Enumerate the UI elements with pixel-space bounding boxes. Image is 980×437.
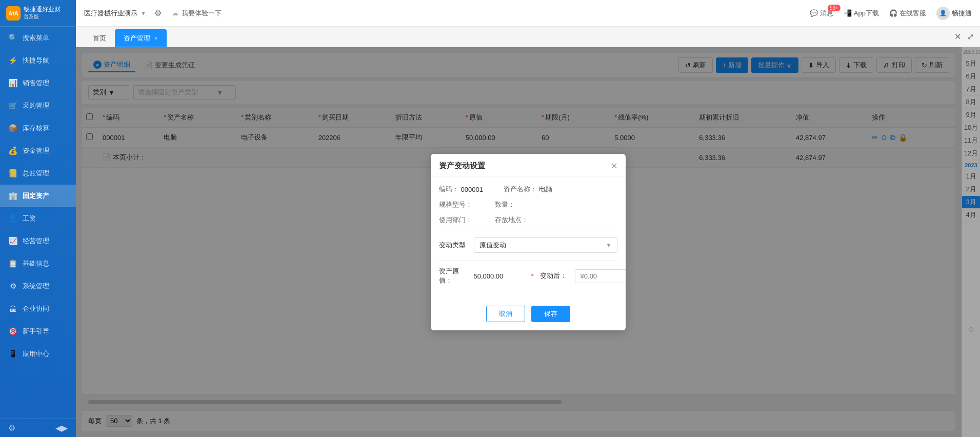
dialog-spec-field: 规格型号： [439, 200, 474, 209]
headset-icon: 🎧 [889, 9, 897, 17]
after-value-input[interactable] [575, 269, 626, 283]
cloud-icon: ☁ [172, 9, 178, 17]
sidebar-item-ledger[interactable]: 📒 总账管理 [0, 162, 76, 185]
main-content: 医疗器械行业演示 ▼ ⚙ ☁ 我要体验一下 💬 消息 99+ 📲 App下载 🎧… [76, 0, 980, 437]
dialog-footer: 取消 保存 [431, 301, 626, 330]
asset-change-dialog: 资产变动设置 ✕ 编码： 000001 资产名称： 电脑 [431, 154, 626, 330]
select-arrow-icon: ▼ [606, 242, 612, 248]
topbar-right: 💬 消息 99+ 📲 App下载 🎧 在线客服 👤 畅捷通 [810, 7, 972, 20]
sidebar-footer: ⚙ ◀▶ [0, 419, 76, 437]
app-download-label: App下载 [854, 9, 879, 18]
original-value-display: 50,000.00 [474, 270, 525, 283]
avatar: 👤 [936, 7, 950, 20]
sidebar-item-label: 固定资产 [23, 191, 49, 201]
sidebar-item-label: 企业协同 [23, 304, 49, 313]
sidebar-item-search[interactable]: 🔍 搜索菜单 [0, 27, 76, 49]
app-logo-icon: AtA [6, 6, 21, 21]
dialog-body: 编码： 000001 资产名称： 电脑 规格型号： [431, 176, 626, 301]
dialog-close-button[interactable]: ✕ [611, 161, 617, 171]
name-label: 资产名称： [504, 185, 537, 194]
dialog-divider-1 [439, 231, 617, 231]
sidebar-item-fixed-assets[interactable]: 🏢 固定资产 [0, 185, 76, 207]
change-type-select[interactable]: 原值变动 ▼ [474, 237, 617, 253]
tab-home[interactable]: 首页 [84, 29, 115, 47]
code-value: 000001 [461, 186, 483, 193]
dialog-row-2: 规格型号： 数量： [439, 200, 617, 209]
sidebar-item-operations[interactable]: 📈 经营管理 [0, 230, 76, 252]
tabs-bar: 首页 资产管理 × ✕ ⤢ [76, 27, 980, 47]
experience-button[interactable]: ☁ 我要体验一下 [172, 9, 222, 18]
sidebar-item-label: 搜索菜单 [23, 33, 49, 43]
after-label: 变动后： [540, 271, 571, 281]
sidebar-logo: AtA 畅捷通好业财 普及版 [0, 0, 76, 27]
sidebar-item-label: 经营管理 [23, 236, 49, 246]
sidebar-item-purchase[interactable]: 🛒 采购管理 [0, 94, 76, 117]
close-tab-icon[interactable]: ✕ [952, 30, 963, 44]
dialog-dept-field: 使用部门： [439, 215, 474, 225]
sidebar-item-label: 销售管理 [23, 78, 49, 88]
ledger-icon: 📒 [8, 169, 17, 178]
sidebar-item-inventory[interactable]: 📦 库存核算 [0, 117, 76, 140]
original-value-label: 资产原值： [439, 267, 470, 285]
spec-label: 规格型号： [439, 200, 472, 209]
sidebar-item-label: 快捷导航 [23, 56, 49, 65]
sidebar-item-base-info[interactable]: 📋 基础信息 [0, 252, 76, 275]
code-label: 编码： [439, 185, 459, 194]
tab-close-icon[interactable]: × [154, 35, 158, 42]
payroll-icon: 👤 [8, 214, 17, 223]
tab-asset-management[interactable]: 资产管理 × [115, 29, 167, 47]
sidebar-item-sales[interactable]: 📊 销售管理 [0, 72, 76, 94]
funds-icon: 💰 [8, 146, 17, 155]
search-icon: 🔍 [8, 33, 17, 43]
name-value: 电脑 [539, 185, 552, 194]
sidebar-item-label: 应用中心 [23, 349, 49, 359]
sidebar-item-appstore[interactable]: 📱 应用中心 [0, 343, 76, 365]
save-button[interactable]: 保存 [531, 306, 570, 322]
fixed-assets-icon: 🏢 [8, 191, 17, 201]
message-icon: 💬 [810, 9, 818, 17]
download-icon: 📲 [844, 9, 852, 17]
sidebar-item-guide[interactable]: 🎯 新手引导 [0, 320, 76, 343]
cancel-button[interactable]: 取消 [486, 306, 525, 322]
dialog-location-field: 存放地点： [495, 215, 530, 225]
user-menu[interactable]: 👤 畅捷通 [936, 7, 972, 20]
company-selector[interactable]: 医疗器械行业演示 ▼ [84, 9, 146, 18]
sidebar-item-label: 工资 [23, 214, 36, 223]
change-type-value: 原值变动 [479, 241, 604, 250]
inventory-icon: 📦 [8, 124, 17, 133]
dialog-value-row: 资产原值： 50,000.00 * 变动后： [439, 267, 617, 285]
dept-label: 使用部门： [439, 215, 472, 225]
company-arrow-icon: ▼ [141, 10, 146, 16]
sidebar-item-funds[interactable]: 💰 资金管理 [0, 140, 76, 162]
sidebar-item-label: 总账管理 [23, 169, 49, 178]
dialog-row-1: 编码： 000001 资产名称： 电脑 [439, 185, 617, 194]
modal-overlay: 资产变动设置 ✕ 编码： 000001 资产名称： 电脑 [76, 47, 980, 437]
user-name: 畅捷通 [952, 9, 972, 18]
app-name: 畅捷通好业财 [24, 6, 61, 14]
collapse-icon[interactable]: ◀▶ [55, 423, 68, 433]
purchase-icon: 🛒 [8, 101, 17, 110]
customer-service-button[interactable]: 🎧 在线客服 [889, 9, 926, 18]
sidebar-item-system[interactable]: ⚙ 系统管理 [0, 275, 76, 297]
settings-icon[interactable]: ⚙ [8, 423, 15, 433]
appstore-icon: 📱 [8, 349, 17, 359]
customer-service-label: 在线客服 [899, 9, 926, 18]
sidebar-item-payroll[interactable]: 👤 工资 [0, 207, 76, 230]
dialog-change-type-row: 变动类型 原值变动 ▼ [439, 237, 617, 253]
app-download-button[interactable]: 📲 App下载 [844, 9, 879, 18]
sidebar-item-enterprise[interactable]: 🏛 企业协同 [0, 297, 76, 320]
dialog-header: 资产变动设置 ✕ [431, 154, 626, 176]
base-info-icon: 📋 [8, 259, 17, 268]
expand-icon[interactable]: ⤢ [965, 30, 976, 44]
change-type-label: 变动类型 [439, 241, 470, 250]
settings-gear-icon[interactable]: ⚙ [154, 8, 162, 18]
sidebar-item-label: 系统管理 [23, 282, 49, 291]
operations-icon: 📈 [8, 236, 17, 246]
dialog-row-3: 使用部门： 存放地点： [439, 215, 617, 225]
sidebar-item-quicknav[interactable]: ⚡ 快捷导航 [0, 49, 76, 72]
guide-icon: 🎯 [8, 327, 17, 336]
dialog-code-field: 编码： 000001 [439, 185, 483, 194]
app-edition: 普及版 [24, 13, 61, 21]
tabs-controls: ✕ ⤢ [948, 26, 980, 47]
message-button[interactable]: 💬 消息 99+ [810, 9, 833, 18]
